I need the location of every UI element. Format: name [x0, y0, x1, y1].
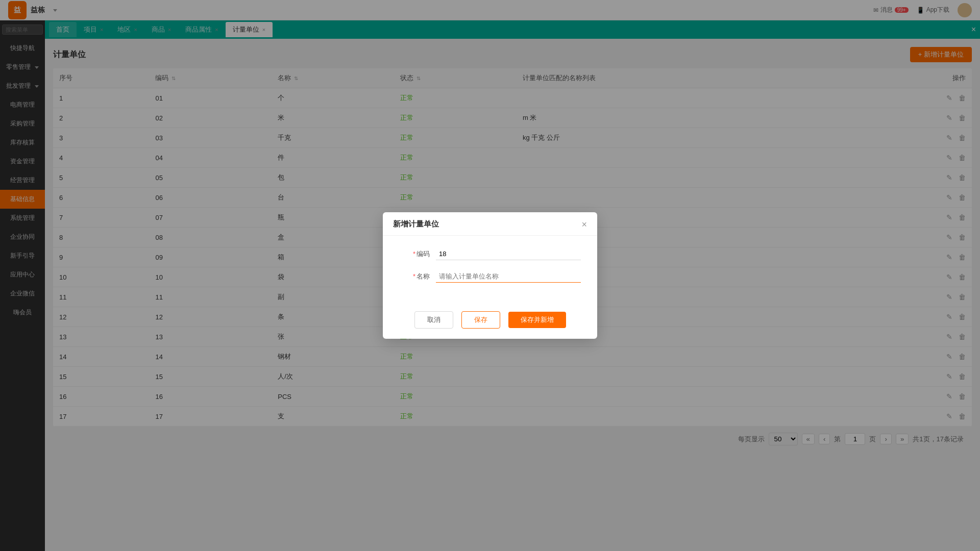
modal-body: *编码 *名称 [383, 236, 597, 305]
required-mark-name: * [413, 272, 415, 280]
app-container: 益 益栋 ✉ 消息 99+ 📱 App下载 [0, 0, 980, 551]
modal-title: 新增计量单位 [393, 219, 439, 229]
name-label: *名称 [399, 272, 430, 281]
form-row-name: *名称 [399, 270, 581, 283]
name-input[interactable] [436, 270, 581, 283]
form-row-code: *编码 [399, 248, 581, 260]
modal: 新增计量单位 × *编码 *名称 取消 保存 [383, 212, 597, 339]
modal-close-btn[interactable]: × [581, 220, 587, 229]
code-input[interactable] [436, 248, 581, 260]
save-button[interactable]: 保存 [461, 311, 500, 329]
modal-footer: 取消 保存 保存并新增 [383, 305, 597, 339]
save-and-new-button[interactable]: 保存并新增 [508, 312, 566, 328]
cancel-button[interactable]: 取消 [414, 311, 453, 329]
modal-header: 新增计量单位 × [383, 212, 597, 236]
required-mark: * [413, 250, 415, 258]
code-label: *编码 [399, 249, 430, 259]
modal-overlay[interactable]: 新增计量单位 × *编码 *名称 取消 保存 [0, 0, 980, 551]
